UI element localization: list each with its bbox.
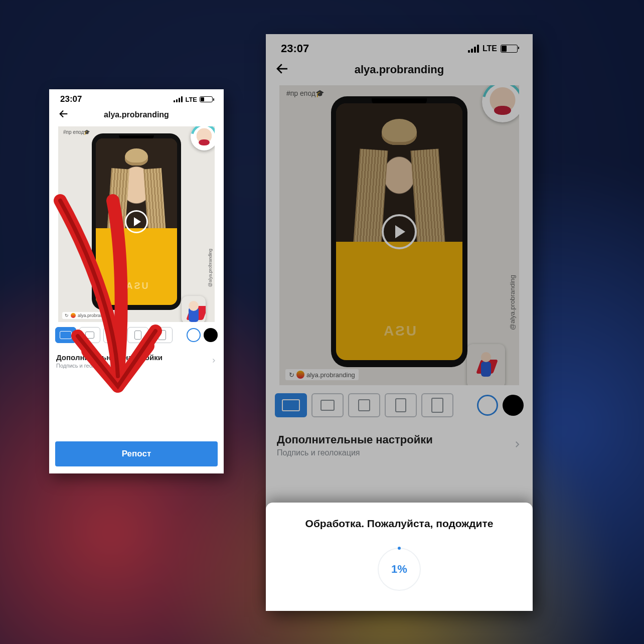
repost-username: alya.probranding <box>78 313 111 318</box>
signal-icon <box>174 96 183 102</box>
repost-glyph-icon: ↻ <box>65 313 69 318</box>
format-option-5[interactable] <box>421 393 453 417</box>
network-label: LTE <box>185 96 197 103</box>
status-right: LTE <box>468 44 518 53</box>
preview-hashtag: #пр епод🎓 <box>63 129 90 135</box>
sticker-hero-icon <box>182 296 206 322</box>
settings-title: Дополнительные настройки <box>56 353 163 362</box>
network-label: LTE <box>482 44 497 53</box>
settings-title: Дополнительные настройки <box>277 433 433 446</box>
progress-spinner: 1% <box>378 548 421 591</box>
post-preview[interactable]: #пр епод🎓 @alya.probranding USA ↻ alya.p… <box>279 85 519 385</box>
repost-button[interactable]: Репост <box>55 441 218 466</box>
preview-side-user: @alya.probranding <box>208 249 213 287</box>
status-bar: 23:07 LTE <box>49 89 224 106</box>
sticker-face-icon <box>482 85 519 122</box>
format-option-1[interactable] <box>55 327 76 343</box>
phone-frame-graphic: USA <box>92 133 181 310</box>
format-option-2[interactable] <box>79 327 100 343</box>
preview-hashtag: #пр епод🎓 <box>286 89 324 97</box>
shirt-text: USA <box>96 281 177 291</box>
repost-attribution: ↻ alya.probranding <box>285 369 359 380</box>
color-option-white[interactable] <box>477 395 498 416</box>
phone-frame-graphic: USA <box>331 96 467 367</box>
status-time: 23:07 <box>281 42 309 55</box>
format-option-4[interactable] <box>127 327 148 343</box>
format-row <box>49 322 224 346</box>
play-icon <box>382 214 417 249</box>
avatar-icon <box>296 371 304 379</box>
title-row: alya.probranding <box>266 58 533 81</box>
phone-right: 23:07 LTE alya.probranding #пр епод🎓 @al… <box>266 34 533 611</box>
chevron-right-icon <box>513 440 522 451</box>
post-preview[interactable]: #пр епод🎓 @alya.probranding USA ↻ alya.p… <box>58 126 215 322</box>
format-option-5[interactable] <box>151 327 173 343</box>
back-button[interactable] <box>275 61 290 78</box>
page-title: alya.probranding <box>104 110 169 119</box>
sticker-face-icon <box>191 126 215 150</box>
additional-settings-row[interactable]: Дополнительные настройки Подпись и геоло… <box>266 422 533 462</box>
additional-settings-row[interactable]: Дополнительные настройки Подпись и геоло… <box>49 346 224 372</box>
progress-percent: 1% <box>391 563 407 576</box>
color-option-black[interactable] <box>503 395 524 416</box>
repost-username: alya.probranding <box>306 371 355 379</box>
format-option-4[interactable] <box>385 393 417 417</box>
battery-icon <box>501 45 518 53</box>
modal-title: Обработка. Пожалуйста, подождите <box>276 518 523 530</box>
format-option-3[interactable] <box>103 327 124 343</box>
preview-side-user: @alya.probranding <box>509 275 516 330</box>
back-button[interactable] <box>58 108 69 121</box>
signal-icon <box>468 45 479 53</box>
phone-left: 23:07 LTE alya.probranding #пр епод🎓 @al… <box>49 89 224 473</box>
color-option-white[interactable] <box>187 328 201 342</box>
settings-subtitle: Подпись и геолокация <box>277 448 433 457</box>
battery-icon <box>200 96 213 102</box>
repost-attribution: ↻ alya.probranding <box>62 312 114 319</box>
format-row <box>266 385 533 422</box>
play-icon <box>125 210 148 233</box>
color-option-black[interactable] <box>204 328 218 342</box>
format-option-2[interactable] <box>311 393 344 417</box>
page-title: alya.probranding <box>355 63 444 76</box>
shirt-text: USA <box>336 323 462 339</box>
status-bar: 23:07 LTE <box>266 34 533 58</box>
avatar-icon <box>71 313 76 318</box>
title-row: alya.probranding <box>49 106 224 123</box>
repost-glyph-icon: ↻ <box>289 371 294 379</box>
sticker-hero-icon <box>467 344 505 385</box>
status-time: 23:07 <box>60 94 82 104</box>
status-right: LTE <box>174 96 213 103</box>
chevron-right-icon <box>211 357 217 366</box>
format-option-1[interactable] <box>275 393 307 417</box>
format-option-3[interactable] <box>348 393 380 417</box>
repost-button-label: Репост <box>122 449 151 459</box>
settings-subtitle: Подпись и геолокация <box>56 363 163 369</box>
processing-modal: Обработка. Пожалуйста, подождите 1% <box>266 503 533 611</box>
